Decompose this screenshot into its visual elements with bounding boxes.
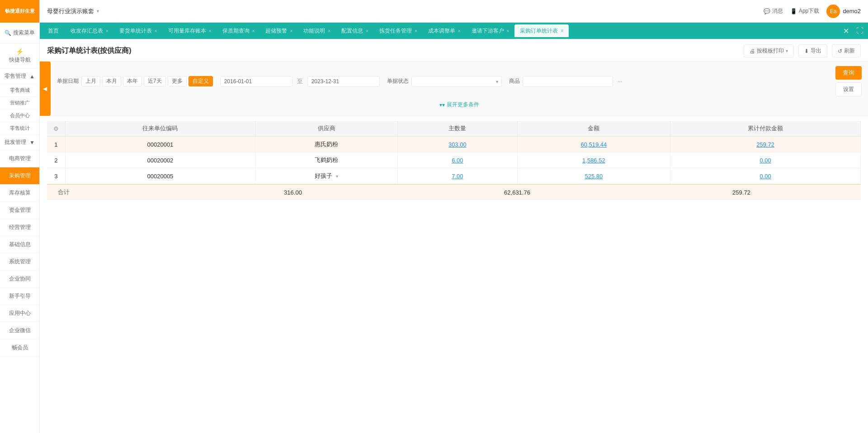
expand-more-button[interactable]: ▾▾ 展开更多条件 [437, 98, 482, 111]
sidebar-item-basic-info[interactable]: 基础信息 [0, 236, 39, 253]
tab-close-icon[interactable]: × [458, 29, 461, 33]
tab-invite-downstream[interactable]: 邀请下游客户 × [466, 24, 515, 37]
th-code-label: 往来单位编码 [142, 125, 178, 132]
sidebar-item-guide[interactable]: 新手引导 [0, 288, 39, 305]
sidebar-item-member2[interactable]: 畅会员 [0, 339, 39, 357]
row-qty: 6.00 [397, 152, 517, 168]
sidebar-item-operations[interactable]: 经营管理 [0, 219, 39, 236]
tab-close-icon[interactable]: × [415, 29, 417, 33]
sidebar-item-inventory[interactable]: 库存核算 [0, 185, 39, 202]
tab-close-icon[interactable]: × [507, 29, 509, 33]
retail-mall-label: 零售商城 [10, 87, 30, 94]
export-icon: ⬇ [804, 48, 809, 54]
tab-config-info[interactable]: 配置信息 × [336, 24, 374, 37]
tab-function-desc[interactable]: 功能说明 × [298, 24, 336, 37]
user-profile[interactable]: Ea demo2 [826, 5, 861, 18]
tab-close-icon[interactable]: × [561, 29, 563, 33]
sidebar-item-member[interactable]: 会员中心 [0, 109, 39, 122]
status-filter: 单据状态 [387, 76, 502, 87]
date-btn-last-month[interactable]: 上月 [81, 76, 100, 86]
sidebar-item-purchase[interactable]: 采购管理 [0, 167, 39, 185]
tab-purchase-summary[interactable]: 采购订单统计表 × [514, 24, 569, 37]
refresh-label: 刷新 [844, 47, 855, 55]
tab-overstock-warning[interactable]: 超储预警 × [260, 24, 298, 37]
date-btn-this-year[interactable]: 本年 [123, 76, 142, 86]
tab-order-summary-label: 要货单统计表 [119, 27, 152, 35]
sidebar-item-finance[interactable]: 资金管理 [0, 202, 39, 219]
system-label: 系统管理 [9, 258, 31, 266]
tab-close-icon[interactable]: × [106, 29, 108, 33]
tab-cost-adjust[interactable]: 成本调整单 × [423, 24, 466, 37]
page-header: 采购订单统计表(按供应商) 🖨 按模板打印 ▾ ⬇ 导出 ↺ 刷新 [40, 39, 868, 62]
query-button[interactable]: 查询 [835, 66, 862, 80]
date-to-input[interactable] [307, 76, 380, 87]
sidebar-item-retail-stat[interactable]: 零售统计 [0, 122, 39, 135]
logo-text: 畅捷通好生意 [5, 8, 35, 14]
goods-more-icon[interactable]: ··· [618, 78, 623, 85]
row-amount-link[interactable]: 525.80 [585, 173, 603, 180]
tab-order-summary[interactable]: 要货单统计表 × [114, 24, 163, 37]
row-paid-link[interactable]: 0.00 [760, 173, 771, 180]
date-btn-more[interactable]: 更多 [168, 76, 187, 86]
sidebar-item-ecommerce[interactable]: 电商管理 [0, 150, 39, 167]
sidebar-item-enterprise[interactable]: 企业协同 [0, 271, 39, 288]
print-button[interactable]: 🖨 按模板打印 ▾ [744, 44, 794, 57]
date-custom-badge[interactable]: 自定义 [189, 76, 213, 86]
tab-home[interactable]: 首页 [42, 24, 65, 37]
export-button[interactable]: ⬇ 导出 [798, 44, 827, 57]
date-btn-this-month[interactable]: 本月 [102, 76, 121, 86]
tab-close-icon[interactable]: × [366, 29, 368, 33]
date-from-input[interactable] [220, 76, 292, 87]
sidebar-search[interactable]: 🔍 搜索菜单 [0, 23, 39, 43]
column-settings-icon[interactable]: ⚙ [53, 125, 59, 132]
th-settings[interactable]: ⚙ [47, 121, 65, 137]
sidebar-item-quick-nav[interactable]: ⚡ 快捷导航 [0, 43, 39, 69]
tab-available-stock[interactable]: 可用量库存账本 × [163, 24, 217, 37]
supplier-dropdown-icon[interactable]: ▾ [336, 174, 338, 179]
filter-toggle-button[interactable]: ◀ [40, 62, 51, 116]
tabbar: 首页 收发存汇总表 × 要货单统计表 × 可用量库存账本 × 保质期查询 × 超… [40, 23, 868, 39]
goods-input[interactable] [523, 76, 613, 87]
member2-label: 畅会员 [12, 344, 28, 352]
tab-expand-button[interactable]: ⛶ [854, 26, 866, 36]
message-action[interactable]: 💬 消息 [764, 7, 783, 15]
tab-close-all-button[interactable]: ✕ [840, 26, 852, 36]
row-qty-link[interactable]: 6.00 [452, 157, 463, 164]
date-range-filter: 至 [220, 76, 380, 87]
th-qty: 主数量 [397, 121, 517, 137]
tab-close-icon[interactable]: × [290, 29, 292, 33]
tab-home-label: 首页 [48, 27, 59, 35]
row-paid-link[interactable]: 0.00 [760, 157, 771, 164]
tab-receive-send[interactable]: 收发存汇总表 × [65, 24, 114, 37]
app-download-action[interactable]: 📱 App下载 [790, 7, 819, 15]
search-menu-button[interactable]: 🔍 搜索菜单 [3, 27, 37, 38]
settings-button[interactable]: 设置 [835, 82, 862, 96]
row-paid-link[interactable]: 259.72 [756, 141, 774, 148]
tab-expiry-query[interactable]: 保质期查询 × [217, 24, 260, 37]
operations-label: 经营管理 [9, 224, 31, 231]
tab-close-icon[interactable]: × [209, 29, 212, 33]
row-qty-link[interactable]: 303.00 [448, 141, 467, 148]
row-amount-link[interactable]: 60,519.44 [580, 141, 607, 148]
row-qty-link[interactable]: 7.00 [452, 173, 463, 180]
avatar: Ea [826, 5, 840, 18]
tab-cost-adjust-label: 成本调整单 [428, 27, 455, 35]
tab-pick-task[interactable]: 拣货任务管理 × [374, 24, 423, 37]
workspace-selector[interactable]: 母婴行业演示账套 ▾ [47, 7, 99, 15]
refresh-button[interactable]: ↺ 刷新 [832, 44, 861, 57]
wechat-label: 企业微信 [9, 327, 31, 334]
sidebar-item-app-center[interactable]: 应用中心 [0, 305, 39, 322]
tab-close-icon[interactable]: × [155, 29, 157, 33]
sidebar-item-system[interactable]: 系统管理 [0, 253, 39, 271]
tab-close-icon[interactable]: × [328, 29, 330, 33]
date-btn-7days[interactable]: 近7天 [144, 76, 166, 86]
sidebar-item-wholesale[interactable]: 批发管理 ▼ [0, 135, 39, 150]
sidebar-item-marketing[interactable]: 营销推广 [0, 97, 39, 109]
row-amount-link[interactable]: 1,586.52 [582, 157, 605, 164]
sidebar-item-wechat[interactable]: 企业微信 [0, 322, 39, 339]
tab-available-stock-label: 可用量库存账本 [168, 27, 206, 35]
sidebar-item-retail-mall[interactable]: 零售商城 [0, 84, 39, 97]
status-select[interactable] [411, 76, 502, 87]
tab-close-icon[interactable]: × [252, 29, 255, 33]
sidebar-item-retail[interactable]: 零售管理 ▲ [0, 69, 39, 84]
